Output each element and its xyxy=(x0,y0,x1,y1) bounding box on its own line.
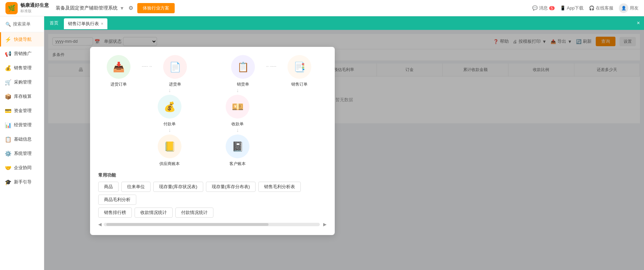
scrollbar[interactable] xyxy=(104,223,320,226)
flow-item-payment[interactable]: 💰 付款单 xyxy=(149,95,190,127)
scrollbar-container: ◀ ▶ xyxy=(98,222,327,227)
main-area: 🔍 搜索菜单 ⚡快捷导航📢营销推广💰销售管理🛒采购管理📦库存核算💳资金管理📊经营… xyxy=(0,16,644,270)
sidebar-label-sales: 销售管理 xyxy=(14,65,32,71)
flow-item-sale-bill[interactable]: 📋 销货单 xyxy=(223,55,263,87)
flow-circle-supplier-ledger: 📒 xyxy=(158,134,181,158)
down-arrow-receipt: ↓ xyxy=(236,127,239,133)
sidebar-item-marketing[interactable]: 📢营销推广 xyxy=(0,47,44,61)
system-title: 装备及固定资产辅助管理系统 ▼ xyxy=(56,5,124,11)
flow-row-3: 📒 供应商账本 📓 客户账本 xyxy=(98,134,327,167)
tab-bar-close-right[interactable]: × xyxy=(637,20,644,26)
flow-label-supplier-ledger: 供应商账本 xyxy=(159,161,180,167)
online-service-label: 在线客服 xyxy=(596,5,613,11)
tab-active[interactable]: 销售订单执行表 × xyxy=(64,18,107,29)
arrow-row-1: ↓ ↓ xyxy=(98,87,327,93)
system-title-text: 装备及固定资产辅助管理系统 xyxy=(56,5,118,11)
tab-close-button[interactable]: × xyxy=(101,21,103,26)
sidebar-label-finance: 资金管理 xyxy=(14,108,32,114)
nav-icon-marketing: 📢 xyxy=(5,51,11,57)
app-container: 🌿 畅康通好生意 标准版 装备及固定资产辅助管理系统 ▼ ⚙ 体验行业方案 💬 … xyxy=(0,0,644,270)
func-btn-销售毛利分析表[interactable]: 销售毛利分析表 xyxy=(258,182,301,192)
sidebar-nav: ⚡快捷导航📢营销推广💰销售管理🛒采购管理📦库存核算💳资金管理📊经营管理📋基础信息… xyxy=(0,32,44,189)
scroll-left-button[interactable]: ◀ xyxy=(98,222,102,227)
top-center: 装备及固定资产辅助管理系统 ▼ ⚙ 体验行业方案 xyxy=(49,3,532,13)
app-download-icon: 📱 xyxy=(560,5,565,11)
avatar: 👤 xyxy=(619,3,628,13)
func-btn-现存量(库存分布表)[interactable]: 现存量(库存分布表) xyxy=(206,182,256,192)
nav-icon-newbie: 🎓 xyxy=(5,179,11,185)
tab-active-label: 销售订单执行表 xyxy=(68,21,99,27)
nav-icon-sales: 💰 xyxy=(5,65,11,71)
sidebar-label-inventory: 库存核算 xyxy=(14,93,32,100)
flow-label-payment: 付款单 xyxy=(163,121,176,127)
down-arrow-payment: ↓ xyxy=(168,127,171,133)
flow-circle-sale-order: 📑 xyxy=(288,55,311,79)
sidebar-item-sales[interactable]: 💰销售管理 xyxy=(0,61,44,75)
func-btn-商品[interactable]: 商品 xyxy=(98,182,119,192)
flow-label-purchase-order: 进货订单 xyxy=(110,82,127,87)
flow-label-sale-bill: 销货单 xyxy=(237,82,249,87)
overlay[interactable]: 📥 进货订单 - - - - → 📄 进货单 📋 销货单 xyxy=(44,30,644,270)
search-menu-button[interactable]: 🔍 搜索菜单 xyxy=(3,20,41,29)
sidebar-item-basic-info[interactable]: 📋基础信息 xyxy=(0,132,44,146)
func-btn-现存量(库存状况表)[interactable]: 现存量(库存状况表) xyxy=(153,182,203,192)
flow-label-customer-ledger: 客户账本 xyxy=(229,161,246,167)
flow-item-purchase-order[interactable]: 📥 进货订单 xyxy=(98,55,139,87)
func-btn-商品毛利分析[interactable]: 商品毛利分析 xyxy=(98,195,136,205)
sidebar-item-inventory[interactable]: 📦库存核算 xyxy=(0,89,44,104)
app-download-label: App下载 xyxy=(567,5,584,11)
flow-label-sale-order: 销售订单 xyxy=(291,82,308,87)
app-download-item[interactable]: 📱 App下载 xyxy=(560,5,584,11)
func-btn-往来单位[interactable]: 往来单位 xyxy=(121,182,151,192)
nav-icon-system: ⚙️ xyxy=(5,150,11,157)
nav-icon-finance: 💳 xyxy=(5,108,11,114)
flow-circle-customer-ledger: 📓 xyxy=(226,134,249,158)
top-right: 💬 消息 5 📱 App下载 🎧 在线客服 👤 用友 xyxy=(532,3,639,13)
flow-item-receipt[interactable]: 💴 收款单 xyxy=(217,95,258,127)
trial-button[interactable]: 体验行业方案 xyxy=(137,3,175,13)
online-service-item[interactable]: 🎧 在线客服 xyxy=(589,5,613,11)
flow-circle-receipt: 💴 xyxy=(226,95,249,119)
settings-icon[interactable]: ⚙ xyxy=(128,5,133,11)
flow-item-sale-order[interactable]: 📑 销售订单 xyxy=(279,55,320,87)
common-functions: 常用功能 商品往来单位现存量(库存状况表)现存量(库存分布表)销售毛利分析表商品… xyxy=(98,172,327,218)
down-arrow-sale: ↓ xyxy=(236,87,239,93)
nav-icon-quick-nav: ⚡ xyxy=(5,36,11,42)
nav-icon-enterprise: 🤝 xyxy=(5,165,11,171)
flow-item-supplier-ledger[interactable]: 📒 供应商账本 xyxy=(149,134,190,167)
quick-nav-modal: 📥 进货订单 - - - - → 📄 进货单 📋 销货单 xyxy=(90,47,335,235)
func-row-2: 销售排行榜收款情况统计付款情况统计 xyxy=(98,208,327,218)
flow-circle-purchase-order: 📥 xyxy=(107,55,130,79)
sidebar-label-system: 系统管理 xyxy=(14,150,32,157)
sidebar-label-newbie: 新手引导 xyxy=(14,179,32,185)
page-content: 📅 单据状态 ❓ 帮助 xyxy=(44,30,644,270)
func-btn-收款情况统计[interactable]: 收款情况统计 xyxy=(135,208,173,218)
sidebar-item-enterprise[interactable]: 🤝企业协同 xyxy=(0,161,44,175)
arrow-row-2: ↓ ↓ xyxy=(98,127,327,133)
flow-circle-sale-bill: 📋 xyxy=(231,55,255,79)
flow-item-purchase-bill[interactable]: 📄 进货单 xyxy=(155,55,195,87)
nav-icon-inventory: 📦 xyxy=(5,93,11,100)
sidebar-item-system[interactable]: ⚙️系统管理 xyxy=(0,146,44,161)
flow-label-purchase-bill: 进货单 xyxy=(169,82,181,87)
sidebar-item-newbie[interactable]: 🎓新手引导 xyxy=(0,175,44,189)
scroll-right-button[interactable]: ▶ xyxy=(323,222,327,227)
headset-icon: 🎧 xyxy=(589,5,594,11)
tab-home[interactable]: 首页 xyxy=(44,16,64,30)
func-btn-销售排行榜[interactable]: 销售排行榜 xyxy=(98,208,132,218)
sidebar-search: 🔍 搜索菜单 xyxy=(0,16,44,32)
system-dropdown-arrow[interactable]: ▼ xyxy=(120,5,124,11)
sidebar-item-quick-nav[interactable]: ⚡快捷导航 xyxy=(0,32,44,47)
sidebar-label-enterprise: 企业协同 xyxy=(14,165,32,171)
func-row-1: 商品往来单位现存量(库存状况表)现存量(库存分布表)销售毛利分析表商品毛利分析 xyxy=(98,182,327,205)
func-btn-付款情况统计[interactable]: 付款情况统计 xyxy=(175,208,213,218)
sidebar-item-purchase[interactable]: 🛒采购管理 xyxy=(0,75,44,89)
user-item[interactable]: 👤 用友 xyxy=(619,3,639,13)
sidebar-item-operation[interactable]: 📊经营管理 xyxy=(0,118,44,132)
message-badge: 5 xyxy=(549,6,555,10)
flow-label-receipt: 收款单 xyxy=(231,121,244,127)
common-title: 常用功能 xyxy=(98,172,327,178)
sidebar-item-finance[interactable]: 💳资金管理 xyxy=(0,104,44,118)
message-item[interactable]: 💬 消息 5 xyxy=(532,5,555,11)
flow-item-customer-ledger[interactable]: 📓 客户账本 xyxy=(217,134,258,167)
